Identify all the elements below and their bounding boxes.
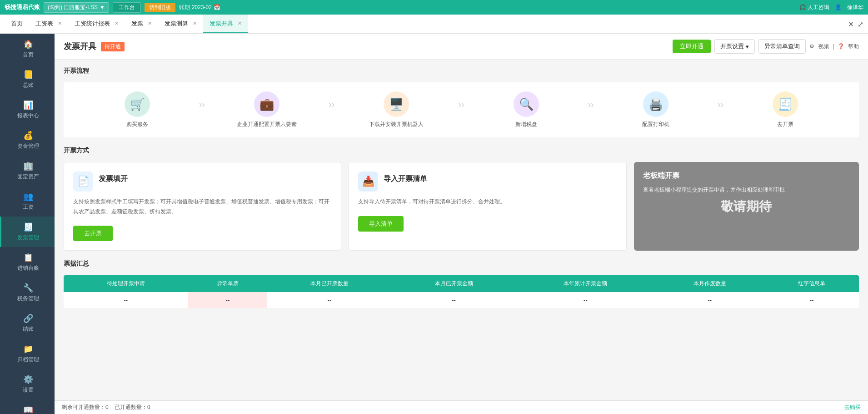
page-title: 发票开具 xyxy=(64,41,96,52)
sidebar-item-fund[interactable]: 💰 资金管理 xyxy=(0,125,55,156)
old-version-button[interactable]: 切到旧版 xyxy=(145,3,175,12)
col-pending: 待处理开票申请 xyxy=(64,275,188,292)
headset-icon: 🎧 xyxy=(799,4,806,10)
tab-invoice-issue-close[interactable]: ✕ xyxy=(238,20,242,26)
sidebar-item-purchase[interactable]: 📋 进销台账 xyxy=(0,247,55,278)
company-name: (勾到) 江西服宝-LSS xyxy=(48,4,98,11)
buy-link[interactable]: 去购买 xyxy=(844,404,861,411)
step-buy: 🛒 购买服务 xyxy=(77,91,197,128)
cell-void-count: -- xyxy=(655,292,765,308)
method-cards: 📄 发票填开 支持按照发票样式手工填写开发票；可开具增值税电子普通发票、增值税普… xyxy=(64,162,859,251)
sidebar-item-fund-label: 资金管理 xyxy=(17,142,39,150)
sidebar-item-purchase-label: 进销台账 xyxy=(17,264,39,272)
sidebar-item-settle[interactable]: 🔗 结账 xyxy=(0,308,55,338)
sidebar-item-settings[interactable]: ⚙️ 设置 xyxy=(0,369,55,399)
sidebar-item-tax-label: 税务管理 xyxy=(17,295,39,303)
ledger-icon: 📒 xyxy=(23,70,33,80)
step-taxpad-label: 新增税盘 xyxy=(515,121,537,128)
step-configure-label: 企业开通配置开票六要素 xyxy=(237,121,297,128)
sidebar-item-settle-label: 结账 xyxy=(23,325,34,333)
company-selector[interactable]: (勾到) 江西服宝-LSS ▼ xyxy=(44,2,109,13)
method-card-import: 📥 导入开票清单 支持导入待开票清单，可对待开票清单进行拆分、合并处理。 导入清… xyxy=(349,162,626,251)
sidebar-item-invoice[interactable]: 🧾 发票管理 xyxy=(0,217,55,247)
go-issue-button[interactable]: 去开票 xyxy=(73,226,113,241)
tab-close-all-icon[interactable]: ✕ xyxy=(848,20,854,28)
import-list-button[interactable]: 导入清单 xyxy=(358,216,404,232)
archive-icon: 📁 xyxy=(23,344,33,354)
sidebar-item-ledger[interactable]: 📒 总账 xyxy=(0,64,55,95)
sidebar-item-home[interactable]: 🏠 首页 xyxy=(0,34,55,64)
sidebar-item-tax[interactable]: 🔧 税务管理 xyxy=(0,278,55,308)
tab-salary[interactable]: 工资表 ✕ xyxy=(29,15,68,33)
tab-actions: ✕ ⤢ xyxy=(848,20,863,28)
col-void-count: 本月作废数量 xyxy=(655,275,765,292)
step-download-label: 下载并安装开票机器人 xyxy=(369,121,424,128)
support-link[interactable]: 🎧 人工咨询 xyxy=(799,4,829,11)
reports-icon: 📊 xyxy=(23,100,33,110)
tab-invoice-issue[interactable]: 发票开具 ✕ xyxy=(203,15,248,33)
tab-invoice[interactable]: 发票 ✕ xyxy=(125,15,158,33)
bottom-bar: 剩余可开通数量：0 已开通数量：0 去购买 xyxy=(55,400,868,414)
settings-button[interactable]: 开票设置 ▾ xyxy=(714,39,755,54)
tab-home[interactable]: 首页 xyxy=(5,15,29,33)
sidebar-item-archive[interactable]: 📁 归档管理 xyxy=(0,338,55,369)
sidebar-item-assets[interactable]: 🏢 固定资产 xyxy=(0,156,55,186)
tab-salary-report[interactable]: 工资统计报表 ✕ xyxy=(68,15,125,33)
immediate-open-button[interactable]: 立即开通 xyxy=(673,40,711,53)
user-name[interactable]: 徐泽华 xyxy=(847,4,863,11)
tab-invoice-close[interactable]: ✕ xyxy=(148,20,152,26)
method-manual-desc: 支持按照发票样式手工填写开发票；可开具增值税电子普通发票、增值税普通发票、增值税… xyxy=(73,197,332,217)
arrow-3: ›› xyxy=(456,99,466,110)
cell-month-count: -- xyxy=(267,292,391,308)
method-import-desc: 支持导入待开票清单，可对待开票清单进行拆分、合并处理。 xyxy=(358,197,617,207)
purchase-icon: 📋 xyxy=(23,252,33,263)
summary-data-row: -- -- -- -- -- -- -- xyxy=(64,292,859,308)
help-label[interactable]: 帮助 xyxy=(848,43,859,50)
boss-card-title: 老板端开票 xyxy=(643,171,850,181)
tab-salary-close[interactable]: ✕ xyxy=(58,20,62,26)
col-month-amount: 本月已开票金额 xyxy=(392,275,516,292)
step-buy-icon: 🛒 xyxy=(125,91,150,117)
sidebar-item-reports[interactable]: 📊 报表中心 xyxy=(0,95,55,125)
tab-salary-report-close[interactable]: ✕ xyxy=(115,20,119,26)
tab-invoice-issue-label: 发票开具 xyxy=(210,20,233,28)
assets-icon: 🏢 xyxy=(23,161,33,171)
tab-invoice-calc[interactable]: 发票测算 ✕ xyxy=(158,15,203,33)
top-bar-right: 🎧 人工咨询 👤 徐泽华 xyxy=(799,4,863,11)
dropdown-arrow-icon: ▾ xyxy=(746,43,749,50)
calendar-icon[interactable]: 📅 xyxy=(214,4,220,10)
top-bar: 畅捷通易代账 (勾到) 江西服宝-LSS ▼ 工作台 切到旧版 账期 2023-… xyxy=(0,0,868,15)
sidebar: 🏠 首页 📒 总账 📊 报表中心 💰 资金管理 🏢 固定资产 👥 工资 🧾 发票… xyxy=(0,34,55,414)
remaining-quota: 剩余可开通数量：0 xyxy=(62,404,109,410)
content-area: 发票开具 待开通 立即开通 开票设置 ▾ 异常清单查询 ⚙ 视频 | ❓ 帮助 xyxy=(55,34,868,414)
method-manual-icon: 📄 xyxy=(73,172,93,192)
step-buy-label: 购买服务 xyxy=(126,121,148,128)
process-title: 开票流程 xyxy=(64,67,859,75)
method-manual-title: 发票填开 xyxy=(99,174,128,184)
summary-header-row: 待处理开票申请 异常单票 本月已开票数量 本月已开票金额 本年累计开票金额 本月… xyxy=(64,275,859,292)
sidebar-item-archive-label: 归档管理 xyxy=(17,356,39,364)
user-avatar: 👤 xyxy=(835,4,842,10)
sidebar-item-guide[interactable]: 📖 新手引导 xyxy=(0,399,55,414)
sidebar-item-payroll[interactable]: 👥 工资 xyxy=(0,186,55,217)
workbench-button[interactable]: 工作台 xyxy=(113,2,141,13)
sidebar-item-reports-label: 报表中心 xyxy=(17,112,39,120)
sidebar-item-assets-label: 固定资产 xyxy=(17,173,39,181)
step-configure-icon: 💼 xyxy=(254,91,279,117)
arrow-2: ›› xyxy=(327,99,336,110)
view-label[interactable]: 视频 xyxy=(818,43,829,50)
cell-month-amount: -- xyxy=(392,292,516,308)
arrow-5: ›› xyxy=(716,99,725,110)
cell-year-amount: -- xyxy=(516,292,655,308)
method-import-icon: 📥 xyxy=(358,172,378,192)
tab-invoice-calc-close[interactable]: ✕ xyxy=(193,20,197,26)
bottom-left: 剩余可开通数量：0 已开通数量：0 xyxy=(62,404,150,411)
page-title-row: 发票开具 待开通 xyxy=(64,41,125,52)
abnormal-query-button[interactable]: 异常清单查询 xyxy=(758,39,806,54)
tab-salary-report-label: 工资统计报表 xyxy=(75,20,110,28)
payroll-icon: 👥 xyxy=(23,192,33,202)
tab-expand-icon[interactable]: ⤢ xyxy=(858,20,863,28)
guide-icon: 📖 xyxy=(23,405,33,414)
coming-soon-label: 敬请期待 xyxy=(721,198,772,215)
step-configure: 💼 企业开通配置开票六要素 xyxy=(207,91,327,128)
